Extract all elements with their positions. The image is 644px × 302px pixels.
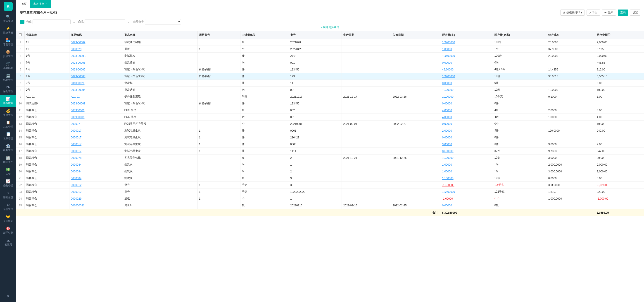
row-index: 17 (16, 148, 24, 155)
row-qty-main: 10.00000 (441, 155, 493, 161)
sidebar-item-nav[interactable]: ⚡ 快捷导航 (0, 25, 16, 36)
select-all-checkbox[interactable] (19, 33, 22, 36)
sidebar-item-operation[interactable]: 📈 经营管理 (0, 177, 16, 189)
row-unit: 件 (240, 141, 289, 148)
row-spec (198, 120, 240, 127)
row-qty-store: 4米 (493, 114, 547, 120)
row-name: 测试电量批次 (123, 134, 198, 141)
sidebar-item-small-ecom[interactable]: 🛒 小融电商 (0, 60, 16, 72)
row-index: 15 (16, 134, 24, 141)
sidebar-item-guide[interactable]: 🎯 新手引导 (0, 225, 16, 236)
row-qty-main: 10.00000 (441, 93, 493, 100)
toolbar: 现存量查询(按仓库＋批次) 🖨 按模板打印 ▾ ↗ 导出 👁 显示 查询 设置 (16, 8, 644, 17)
row-exp-date (391, 175, 441, 182)
product-code-link[interactable]: 0023-00008 (71, 102, 85, 105)
row-warehouse: 1号 (24, 73, 70, 80)
sidebar-item-collab[interactable]: 🤝 企业协同 (0, 213, 16, 225)
row-warehouse: A01-01 (24, 93, 70, 100)
sidebar-item-cloud[interactable]: ☁ 云应用 (0, 236, 16, 248)
product-code-link[interactable]: 0000029 (71, 197, 82, 200)
table-footer: 合计 6,302.60000 32,589.05 (16, 209, 644, 216)
product-code-link[interactable]: 001000026 (71, 82, 84, 85)
product-code-link[interactable]: 0023-00005 (71, 61, 85, 64)
row-amount: 100.00 (595, 87, 644, 93)
row-spec: 1 (198, 189, 240, 195)
print-btn[interactable]: 🖨 按模板打印 ▾ (560, 10, 585, 16)
sidebar-item-salary[interactable]: 💵 工资 (0, 166, 16, 177)
row-cost (547, 120, 595, 127)
sidebar-item-wholesale[interactable]: 📦 批发管理 (0, 48, 16, 60)
row-amount: 716.00 (595, 66, 644, 73)
search-btn[interactable]: 查询 (618, 10, 628, 16)
row-code: 0000017 (70, 134, 123, 141)
product-code-link[interactable]: 0023-0000... (71, 54, 86, 58)
product-code-link[interactable]: 0023-00009 (71, 41, 85, 44)
filter-expand-toggle[interactable]: › (20, 20, 24, 24)
product-code-link[interactable]: 0000078 (71, 156, 82, 160)
product-code-link[interactable]: 001000031 (71, 204, 84, 207)
row-index: 9 (16, 93, 24, 100)
row-index: 6 (16, 73, 24, 80)
sidebar-item-purchase[interactable]: 🛍 采购管理 (0, 83, 16, 95)
row-qty-main: 4.00000 (441, 107, 493, 114)
product-code-link[interactable]: 0000029 (71, 48, 82, 51)
product-code-link[interactable]: 0000017 (71, 143, 82, 146)
product-code-link[interactable]: 0023-00005 (71, 88, 85, 92)
export-icon: ↗ (589, 11, 591, 14)
category-select[interactable] (145, 19, 181, 25)
row-name: 批次适签 (123, 87, 198, 93)
export-btn[interactable]: ↗ 导出 (586, 10, 600, 16)
sidebar-settings-btn[interactable]: ⚙ (0, 293, 16, 299)
row-name: 软硬通用树脂 (123, 39, 198, 46)
product-code-link[interactable]: 0000017 (71, 136, 82, 139)
row-qty-store: 10千克 (493, 93, 547, 100)
product-code-link[interactable]: 0000084 (71, 170, 82, 173)
product-code-link[interactable]: 0023-00008 (71, 75, 85, 78)
product-code-link[interactable]: 0000084 (71, 163, 82, 166)
expand-more-btn[interactable]: ▾ 展开更多条件 (20, 25, 640, 29)
row-code: 0000017 (70, 148, 123, 155)
ecom-icon: 💻 (6, 73, 10, 78)
product-code-link[interactable]: A01-01 (71, 95, 80, 98)
row-qty-main: 0.00000 (441, 59, 493, 66)
table-row: 12 蜀客粮仓 000900001 POS 批次 米 001 4.00000 4… (16, 114, 644, 120)
sidebar-item-inventory[interactable]: 📊 库存核算 (0, 95, 16, 107)
product-input[interactable] (84, 19, 125, 24)
sidebar-item-tax[interactable]: 🏦 税务管理 (0, 142, 16, 154)
product-code-link[interactable]: 0000017 (71, 129, 82, 132)
sidebar-item-basic-info[interactable]: ℹ 基础信息 (0, 189, 16, 201)
product-code-link[interactable]: 0000012 (71, 190, 82, 194)
product-code-link[interactable]: 0000017 (71, 149, 82, 153)
row-name: 展板 (123, 46, 198, 53)
tab-inventory-batch[interactable]: 库存批次 ✕ (30, 0, 51, 8)
sidebar-item-search[interactable]: 🔍 搜索菜单 (0, 13, 16, 25)
product-code-link[interactable]: 0000084 (71, 177, 82, 180)
row-amount: 2,000.00 (595, 39, 644, 46)
sidebar-item-invoice[interactable]: 🧾 发票管理 (0, 130, 16, 142)
row-qty-main: 100.00000 (441, 39, 493, 46)
row-batch: 2021098 (289, 39, 342, 46)
row-amount: 30.00 (595, 155, 644, 161)
sidebar-item-ecom[interactable]: 💻 电商管理 (0, 72, 16, 83)
row-prod-date (342, 148, 391, 155)
sidebar-item-fixed-asset[interactable]: 🏢 固定资产 (0, 154, 16, 166)
row-index: 20 (16, 168, 24, 175)
sidebar-item-ledger[interactable]: 📋 总账管理 (0, 118, 16, 130)
row-unit: 米 (240, 87, 289, 93)
warehouse-input[interactable] (32, 19, 70, 24)
display-btn[interactable]: 👁 显示 (602, 10, 616, 16)
product-code-link[interactable]: 0023-00005 (71, 68, 85, 71)
sidebar-item-finance[interactable]: 💰 资金管理 (0, 107, 16, 118)
tab-close-btn[interactable]: ✕ (46, 3, 48, 6)
row-cost: 35.0515 (547, 73, 595, 80)
product-code-link[interactable]: 000900001 (71, 115, 84, 119)
tab-home[interactable]: 首页 (18, 0, 30, 8)
product-code-link[interactable]: 000097 (71, 122, 80, 125)
row-exp-date (391, 80, 441, 87)
row-qty-store: 4米 (493, 107, 547, 114)
sidebar-item-retail[interactable]: 🏪 零售管理 (0, 36, 16, 48)
product-code-link[interactable]: 0000012 (71, 184, 82, 187)
settings-btn[interactable]: 设置 (630, 10, 640, 16)
sidebar-item-system[interactable]: ⚙ 系统管理 (0, 201, 16, 213)
product-code-link[interactable]: 000900001 (71, 109, 84, 112)
